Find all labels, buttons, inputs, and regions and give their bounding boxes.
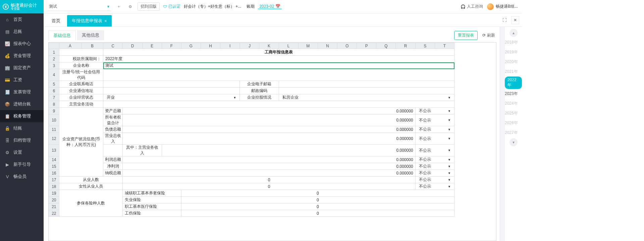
asset-row-label-2[interactable]: 负债总额 <box>103 126 123 133</box>
subtab-other[interactable]: 其他信息 <box>77 30 104 40</box>
col-L[interactable]: L <box>279 43 298 49</box>
year-2022年[interactable]: 2022年 <box>505 77 522 89</box>
sidebar-item-13[interactable]: V畅会员 <box>0 171 44 183</box>
holding-cell[interactable]: 私营企业▼ <box>279 94 454 101</box>
user-menu[interactable]: 畅捷通B组... <box>487 3 518 10</box>
asset-row-disclose-2[interactable]: 不公示▼ <box>415 126 454 133</box>
reg-no-label[interactable]: 注册号/统一社会信用代码 <box>59 69 103 81</box>
insurance-row-label-1[interactable]: 失业保险 <box>123 197 181 203</box>
asset-row-disclose-7[interactable]: 不公示▼ <box>415 170 454 177</box>
year-2025年[interactable]: 2025年 <box>505 108 522 118</box>
row-4[interactable]: 4 <box>49 69 59 81</box>
company-name-cell[interactable]: 测试 <box>103 62 454 69</box>
insurance-row-value-1[interactable]: 0 <box>181 197 454 203</box>
company-selector[interactable]: 测试 ▼ <box>48 2 111 11</box>
col-O[interactable]: O <box>337 43 357 49</box>
asset-row-disclose-5[interactable]: 不公示▼ <box>415 156 454 163</box>
female-label[interactable]: 女性从业人员 <box>59 183 123 190</box>
status-cell[interactable]: 开业▼ <box>103 94 240 101</box>
row-15[interactable]: 15 <box>49 163 59 170</box>
asset-spacer[interactable] <box>103 145 123 156</box>
sidebar-item-0[interactable]: ⌂首页 <box>0 13 44 26</box>
col-J[interactable]: J <box>240 43 259 49</box>
asset-row-value-6[interactable]: 0.000000 <box>123 163 415 170</box>
asset-row-value-5[interactable]: 0.000000 <box>123 156 415 163</box>
col-P[interactable]: P <box>357 43 376 49</box>
switch-old-button[interactable]: 切到旧版 <box>138 2 160 11</box>
row-2[interactable]: 2 <box>49 56 59 62</box>
company-name-label[interactable]: 企业名称 <box>59 62 103 69</box>
year-2019年[interactable]: 2019年 <box>505 47 522 57</box>
sidebar-item-1[interactable]: ▤总账 <box>0 26 44 38</box>
asset-row-disclose-0[interactable]: 不公示▼ <box>415 108 454 114</box>
scrollbar[interactable] <box>500 27 504 241</box>
year-2024年[interactable]: 2024年 <box>505 99 522 108</box>
row-21[interactable]: 21 <box>49 203 59 210</box>
insurance-block-label[interactable]: 参保各险种人数 <box>59 190 123 217</box>
asset-row-label-5[interactable]: 利润总额 <box>103 156 123 163</box>
sidebar-item-12[interactable]: ▶新手引导 <box>0 158 44 171</box>
row-19[interactable]: 19 <box>49 190 59 197</box>
asset-row-label-3[interactable]: 营业总收入 <box>103 133 123 145</box>
asset-row-label-4[interactable]: 其中：主营业务收入 <box>123 145 162 156</box>
asset-row-value-2[interactable]: 0.000000 <box>123 126 415 133</box>
row-5[interactable]: 5 <box>49 81 59 88</box>
row-1[interactable]: 1 <box>49 49 59 56</box>
sidebar-item-11[interactable]: ⚙设置 <box>0 146 44 158</box>
col-F[interactable]: F <box>162 43 181 49</box>
sidebar-item-6[interactable]: 🧾发票管理 <box>0 86 44 98</box>
col-Q[interactable]: Q <box>376 43 396 49</box>
col-I[interactable]: I <box>220 43 240 49</box>
row-12[interactable]: 12 <box>49 133 59 145</box>
col-D[interactable]: D <box>123 43 142 49</box>
row-3[interactable]: 3 <box>49 62 59 69</box>
sidebar-item-10[interactable]: 🗄归档管理 <box>0 134 44 146</box>
row-13[interactable]: 13 <box>49 145 59 156</box>
postcode-cell[interactable] <box>279 88 454 94</box>
insurance-row-label-3[interactable]: 工伤保险 <box>123 210 181 217</box>
reg-no-cell[interactable] <box>103 69 454 81</box>
addr-cell[interactable] <box>103 88 240 94</box>
year-down-button[interactable]: ▾ <box>509 138 518 146</box>
year-2026年[interactable]: 2026年 <box>505 118 522 128</box>
tab-home[interactable]: 首页 <box>47 15 65 27</box>
asset-row-disclose-1[interactable]: 不公示▼ <box>415 114 454 126</box>
col-N[interactable]: N <box>318 43 337 49</box>
support-link[interactable]: 🎧 人工咨询 <box>461 4 483 9</box>
addr-label[interactable]: 企业通信地址 <box>59 88 103 94</box>
main-biz-cell[interactable] <box>103 101 454 108</box>
year-2020年[interactable]: 2020年 <box>505 57 522 67</box>
year-up-button[interactable]: ▴ <box>509 29 518 37</box>
phone-cell[interactable] <box>103 81 240 88</box>
asset-row-disclose-4[interactable]: 不公示▼ <box>415 145 454 156</box>
close-all-tabs-icon[interactable]: ✕ <box>511 16 519 24</box>
col-T[interactable]: T <box>435 43 454 49</box>
postcode-label[interactable]: 邮政编码 <box>240 88 279 94</box>
insurance-row-value-0[interactable]: 0 <box>181 190 454 197</box>
female-value[interactable]: 0 <box>123 183 415 190</box>
row-16[interactable]: 16 <box>49 170 59 177</box>
sidebar-item-5[interactable]: 💳工资 <box>0 74 44 86</box>
sidebar-item-9[interactable]: 🔒结账 <box>0 122 44 134</box>
female-disclose[interactable]: 不公示▼ <box>415 183 454 190</box>
year-2018年[interactable]: 2018年 <box>505 38 522 47</box>
year-2023年[interactable]: 2023年 <box>505 89 522 99</box>
asset-row-value-1[interactable]: 0.000000 <box>123 114 415 126</box>
email-cell[interactable] <box>279 81 454 88</box>
asset-row-value-0[interactable]: 0.000000 <box>123 108 415 114</box>
status-label[interactable]: 企业经营状态 <box>59 94 103 101</box>
asset-row-value-3[interactable]: 0.000000 <box>123 133 415 145</box>
sidebar-item-3[interactable]: 💰资金管理 <box>0 50 44 62</box>
holding-label[interactable]: 企业控股情况 <box>240 94 279 101</box>
add-button[interactable]: ＋ <box>115 3 123 11</box>
sidebar-item-4[interactable]: 🏢固定资产 <box>0 62 44 74</box>
period-selector[interactable]: 2023-02 📅 <box>258 4 282 9</box>
row-10[interactable]: 10 <box>49 114 59 126</box>
row-22[interactable]: 22 <box>49 210 59 217</box>
asset-row-label-7[interactable]: 纳税总额 <box>103 170 123 177</box>
row-6[interactable]: 6 <box>49 88 59 94</box>
reset-report-button[interactable]: 重置报表 <box>454 31 478 40</box>
main-biz-label[interactable]: 主营业务活动 <box>59 101 103 108</box>
gear-icon[interactable]: ⚙ <box>126 3 134 11</box>
email-label[interactable]: 企业电子邮箱 <box>240 81 279 88</box>
